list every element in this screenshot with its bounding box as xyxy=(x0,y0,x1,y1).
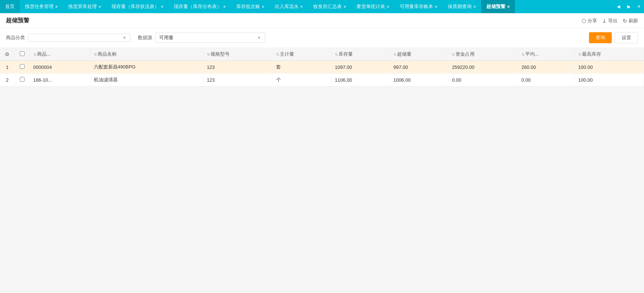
goods-name-cell: 机油滤清器 xyxy=(90,74,203,86)
col-header-spec[interactable]: ⇅规格型号 xyxy=(203,48,272,61)
nav-pick-exception[interactable]: 拣货异常处理 ✕ xyxy=(63,0,106,13)
nav-pick-task[interactable]: 拣货任务管理 ✕ xyxy=(20,0,63,13)
table-header-row: ⚙ ⇅商品... ⇅商品名称 ⇅规格型号 ⇅主计量 ⇅库存量 xyxy=(0,48,644,61)
table-row: 1 0000004 六配套新昌490BPG 123 套 1097.00 997.… xyxy=(0,61,644,74)
max-stock-cell: 100.00 xyxy=(574,74,644,86)
capital-cell: 259220.00 xyxy=(448,61,517,74)
sort-icon-7: ⇅ xyxy=(452,52,455,56)
row-checkbox-1[interactable] xyxy=(20,77,25,82)
row-checkbox-cell[interactable] xyxy=(15,74,29,86)
export-icon: ⤓ xyxy=(602,18,607,24)
col-header-goods-name[interactable]: ⇅商品名称 xyxy=(90,48,203,61)
unit-cell: 个 xyxy=(272,74,331,86)
nav-home[interactable]: 首页 xyxy=(0,0,20,13)
col-header-settings[interactable]: ⚙ xyxy=(0,48,15,61)
nav-arrow-left[interactable]: ◀ xyxy=(613,0,623,13)
row-checkbox-cell[interactable] xyxy=(15,61,29,74)
goods-code-cell: 186-10... xyxy=(29,74,90,86)
capital-cell: 0.00 xyxy=(448,74,517,86)
goods-name-cell: 六配套新昌490BPG xyxy=(90,61,203,74)
filter-bar: 商品分类 ▼ 数据源 可用量 ▼ 查询 设置 xyxy=(0,28,644,48)
sort-icon-5: ⇅ xyxy=(335,52,338,56)
chevron-down-icon: ▼ xyxy=(122,36,127,40)
export-label: 导出 xyxy=(608,18,618,24)
header-actions: ⬡ 分享 ⤓ 导出 ↻ 刷新 xyxy=(582,18,638,24)
gear-icon: ⚙ xyxy=(5,51,10,57)
overstock-cell: 997.00 xyxy=(389,61,448,74)
sort-icon: ⇅ xyxy=(33,52,36,56)
col-header-stock[interactable]: ⇅库存量 xyxy=(331,48,389,61)
nav-close-btn[interactable]: ✕ xyxy=(634,0,644,13)
row-index-cell: 1 xyxy=(0,61,15,74)
teal-nav-bar: 首页 拣货任务管理 ✕ 拣货异常处理 ✕ 现存量（库存状况表） ✕ 现存量（库存… xyxy=(0,0,644,13)
goods-code-cell: 0000004 xyxy=(29,61,90,74)
unit-cell: 套 xyxy=(272,61,331,74)
refresh-label: 刷新 xyxy=(629,18,638,24)
table-container: ⚙ ⇅商品... ⇅商品名称 ⇅规格型号 ⇅主计量 ⇅库存量 xyxy=(0,48,644,86)
col-header-avg[interactable]: ⇅平均... xyxy=(517,48,574,61)
datasource-select-value: 可用量 xyxy=(159,34,173,41)
col-header-goods-code[interactable]: ⇅商品... xyxy=(29,48,90,61)
col-header-unit[interactable]: ⇅主计量 xyxy=(272,48,331,61)
sort-icon-9: ⇅ xyxy=(578,52,581,56)
datasource-filter: 数据源 可用量 ▼ xyxy=(138,33,265,43)
data-table: ⚙ ⇅商品... ⇅商品名称 ⇅规格型号 ⇅主计量 ⇅库存量 xyxy=(0,48,644,86)
page-title: 超储预警 xyxy=(6,17,29,25)
table-row: 2 186-10... 机油滤清器 123 个 1106.00 1006.00 … xyxy=(0,74,644,86)
avg-cell: 260.00 xyxy=(517,61,574,74)
category-filter: 商品分类 ▼ xyxy=(6,34,131,42)
filter-buttons: 查询 设置 xyxy=(589,32,638,43)
max-stock-cell: 100.00 xyxy=(574,61,644,74)
export-button[interactable]: ⤓ 导出 xyxy=(602,18,618,24)
category-select[interactable]: ▼ xyxy=(28,34,131,42)
nav-stock-status[interactable]: 现存量（库存状况表） ✕ xyxy=(106,0,169,13)
chevron-down-icon-2: ▼ xyxy=(257,36,261,40)
nav-stock-dist[interactable]: 现存量（库存分布表） ✕ xyxy=(169,0,231,13)
col-header-overstock[interactable]: ⇅超储量 xyxy=(389,48,448,61)
overstock-cell: 1006.00 xyxy=(389,74,448,86)
page-header: 超储预警 ⬡ 分享 ⤓ 导出 ↻ 刷新 xyxy=(0,13,644,28)
stock-cell: 1106.00 xyxy=(331,74,389,86)
nav-arrow-right[interactable]: ▶ xyxy=(623,0,634,13)
sort-icon-6: ⇅ xyxy=(394,52,396,56)
nav-inout-flow[interactable]: 出入库流水 ✕ xyxy=(270,0,308,13)
spec-cell: 123 xyxy=(203,74,272,86)
row-index-cell: 2 xyxy=(0,74,15,86)
sort-icon-8: ⇅ xyxy=(522,52,524,56)
refresh-button[interactable]: ↻ 刷新 xyxy=(623,18,638,24)
datasource-select[interactable]: 可用量 ▼ xyxy=(155,33,265,43)
col-header-checkbox[interactable] xyxy=(15,48,29,61)
select-all-checkbox[interactable] xyxy=(20,51,25,56)
sort-icon-3: ⇅ xyxy=(207,52,210,56)
share-button[interactable]: ⬡ 分享 xyxy=(582,18,597,24)
settings-button[interactable]: 设置 xyxy=(615,32,638,43)
query-button[interactable]: 查询 xyxy=(589,32,612,43)
avg-cell: 0.00 xyxy=(517,74,574,86)
sort-icon-4: ⇅ xyxy=(276,52,279,56)
nav-order-stats[interactable]: 要货单统计表 ✕ xyxy=(351,0,395,13)
nav-collect-summary[interactable]: 收发存汇总表 ✕ xyxy=(308,0,351,13)
share-label: 分享 xyxy=(588,18,597,24)
col-header-capital[interactable]: ⇅资金占用 xyxy=(448,48,517,61)
table-body: 1 0000004 六配套新昌490BPG 123 套 1097.00 997.… xyxy=(0,61,644,86)
nav-batch-account[interactable]: 库存批次账 ✕ xyxy=(231,0,270,13)
row-checkbox-0[interactable] xyxy=(20,64,25,69)
refresh-icon: ↻ xyxy=(623,18,627,24)
sort-icon-2: ⇅ xyxy=(94,52,97,56)
col-header-max-stock[interactable]: ⇅最高库存 xyxy=(574,48,644,61)
category-label: 商品分类 xyxy=(6,34,25,41)
stock-cell: 1097.00 xyxy=(331,61,389,74)
spec-cell: 123 xyxy=(203,61,272,74)
nav-quality-period[interactable]: 保质期查询 ✕ xyxy=(443,0,481,13)
nav-available-account[interactable]: 可用量库存账本 ✕ xyxy=(395,0,443,13)
nav-overstock-warning[interactable]: 超储预警 ✕ xyxy=(481,0,515,13)
datasource-label: 数据源 xyxy=(138,34,152,41)
share-icon: ⬡ xyxy=(582,18,586,24)
